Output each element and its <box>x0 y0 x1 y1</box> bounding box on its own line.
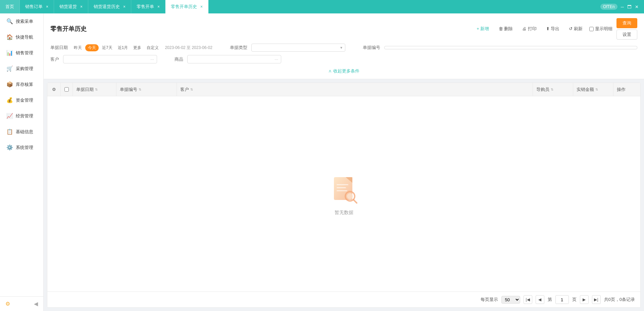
collapse-sidebar-icon[interactable]: ◀ <box>34 301 38 307</box>
tab-label: 销货退货 <box>59 4 77 10</box>
date-range-text: 2023-06-02 至 2023-06-02 <box>165 45 212 51</box>
per-page-select[interactable]: 50 100 200 <box>501 296 520 304</box>
tab-return-history[interactable]: 销货退货历史 × <box>88 0 131 13</box>
sidebar-item-system[interactable]: ⚙️ 系统管理 <box>0 140 43 155</box>
sidebar-item-sales[interactable]: 📊 销售管理 <box>0 45 43 61</box>
page-label: 页 <box>572 297 577 303</box>
tab-close-icon[interactable]: × <box>80 4 83 9</box>
tab-return[interactable]: 销货退货 × <box>54 0 88 13</box>
often-badge: OfTEn <box>600 4 617 10</box>
dropdown-icon: ▾ <box>340 45 342 50</box>
th-amount[interactable]: 实销金额 ⇅ <box>573 83 613 96</box>
page-title-row: 零售开单历史 + 新增 🗑 删除 🖨 打印 ⬆ 导出 ↺ 刷新 显示明细 查询 … <box>50 18 637 40</box>
pagination-bar: 每页显示 50 100 200 |◀ ◀ 第 页 ▶ ▶| 共0页，0条记录 <box>47 292 640 307</box>
gear-icon: ⚙ <box>52 87 56 92</box>
sidebar-item-finance[interactable]: 💰 资金管理 <box>0 92 43 108</box>
restore-btn[interactable]: 🗖 <box>627 4 632 9</box>
date-more[interactable]: 更多 <box>131 44 143 51</box>
print-button[interactable]: 🖨 打印 <box>519 24 539 33</box>
th-op-label: 操作 <box>617 87 626 93</box>
main-layout: 🔍 搜索采单 🏠 快捷导航 📊 销售管理 🛒 采购管理 📦 库存核算 💰 资金管… <box>0 13 644 311</box>
first-page-btn[interactable]: |◀ <box>524 295 532 304</box>
sidebar-item-inventory[interactable]: 📦 库存核算 <box>0 76 43 92</box>
sidebar-item-nav[interactable]: 🏠 快捷导航 <box>0 29 43 45</box>
close-btn[interactable]: ✕ <box>635 4 639 9</box>
sidebar-item-label: 销售管理 <box>16 50 33 56</box>
sidebar-item-basic-info[interactable]: 📋 基础信息 <box>0 124 43 140</box>
management-icon: 📈 <box>6 113 13 119</box>
th-gear[interactable]: ⚙ <box>47 83 61 96</box>
next-page-btn[interactable]: ▶ <box>580 295 589 304</box>
th-guide[interactable]: 导购员 ⇅ <box>533 83 573 96</box>
tab-close-icon[interactable]: × <box>200 4 203 9</box>
finance-icon: 💰 <box>6 97 13 103</box>
date-today[interactable]: 今天 <box>85 44 99 51</box>
table-body: 暂无数据 <box>47 96 640 292</box>
table-header: ⚙ 单据日期 ⇅ 单据编号 ⇅ 客户 ⇅ 导购员 <box>47 83 640 96</box>
order-num-input[interactable] <box>384 46 637 49</box>
prev-page-btn[interactable]: ◀ <box>536 295 544 304</box>
tab-retail-history[interactable]: 零售开单历史 × <box>165 0 208 13</box>
collapse-more-btn[interactable]: ∧ 收起更多条件 <box>50 67 637 75</box>
client-input[interactable]: ··· <box>63 55 157 63</box>
th-op: 操作 <box>613 83 640 96</box>
tab-home[interactable]: 首页 <box>0 0 20 13</box>
add-button[interactable]: + 新增 <box>474 24 492 33</box>
th-check[interactable] <box>61 83 73 96</box>
show-detail-container: 显示明细 <box>589 26 612 32</box>
client-label: 客户 <box>50 56 59 62</box>
query-button[interactable]: 查询 <box>616 18 637 28</box>
th-client-label: 客户 <box>180 87 189 93</box>
sidebar-item-purchase[interactable]: 🛒 采购管理 <box>0 61 43 76</box>
sales-icon: 📊 <box>6 50 13 56</box>
th-amount-label: 实销金额 <box>577 87 594 93</box>
tab-label: 零售开单历史 <box>171 4 197 10</box>
tab-close-icon[interactable]: × <box>157 4 160 9</box>
tab-retail-order[interactable]: 零售开单 × <box>131 0 165 13</box>
sidebar-item-management[interactable]: 📈 经营管理 <box>0 108 43 124</box>
show-detail-checkbox[interactable] <box>589 27 594 31</box>
sort-client-icon: ⇅ <box>190 88 193 91</box>
minimize-btn[interactable]: ─ <box>621 4 624 9</box>
th-num-label: 单据编号 <box>120 87 137 93</box>
sidebar-item-label: 采购管理 <box>16 66 33 72</box>
th-num[interactable]: 单据编号 ⇅ <box>116 83 177 96</box>
export-button[interactable]: ⬆ 导出 <box>543 24 562 33</box>
settings-gear-icon[interactable]: ⚙ <box>5 301 10 307</box>
tab-sales-order[interactable]: 销售订单 × <box>20 0 54 13</box>
last-page-btn[interactable]: ▶| <box>592 295 601 304</box>
refresh-button[interactable]: ↺ 刷新 <box>566 24 585 33</box>
empty-illustration <box>327 172 361 206</box>
date-7days[interactable]: 近7天 <box>100 44 114 51</box>
page-title: 零售开单历史 <box>50 25 87 33</box>
sort-num-icon: ⇅ <box>139 88 141 91</box>
tab-close-icon[interactable]: × <box>46 4 48 9</box>
client-dots[interactable]: ··· <box>150 57 154 62</box>
settings-button[interactable]: 设置 <box>616 30 637 40</box>
purchase-icon: 🛒 <box>6 65 13 72</box>
th-date[interactable]: 单据日期 ⇅ <box>73 83 116 96</box>
order-type-select[interactable]: ▾ <box>251 44 345 52</box>
table-area: ⚙ 单据日期 ⇅ 单据编号 ⇅ 客户 ⇅ 导购员 <box>47 83 641 308</box>
svg-rect-3 <box>337 187 346 188</box>
top-bar-right: OfTEn ─ 🗖 ✕ <box>595 4 644 10</box>
date-yesterday[interactable]: 昨天 <box>72 44 84 51</box>
show-detail-label: 显示明细 <box>595 26 612 32</box>
delete-button[interactable]: 🗑 删除 <box>496 24 516 33</box>
filter-row-client: 客户 ··· 商品 ··· <box>50 55 637 63</box>
goods-input[interactable]: ··· <box>187 55 281 63</box>
sidebar-item-label: 搜索采单 <box>16 18 33 24</box>
sort-amount-icon: ⇅ <box>595 88 598 91</box>
tab-close-icon[interactable]: × <box>123 4 126 9</box>
sidebar-item-search[interactable]: 🔍 搜索采单 <box>0 13 43 29</box>
sidebar-item-label: 经营管理 <box>16 113 33 119</box>
goods-dots[interactable]: ··· <box>275 57 278 62</box>
collapse-more-label: ∧ 收起更多条件 <box>328 68 359 74</box>
date-1month[interactable]: 近1月 <box>116 44 130 51</box>
date-custom[interactable]: 自定义 <box>145 44 161 51</box>
th-guide-label: 导购员 <box>536 87 549 93</box>
page-number-input[interactable] <box>555 295 569 304</box>
content-area: 零售开单历史 + 新增 🗑 删除 🖨 打印 ⬆ 导出 ↺ 刷新 显示明细 查询 … <box>44 13 644 311</box>
th-client[interactable]: 客户 ⇅ <box>177 83 533 96</box>
select-all-checkbox[interactable] <box>64 87 69 92</box>
